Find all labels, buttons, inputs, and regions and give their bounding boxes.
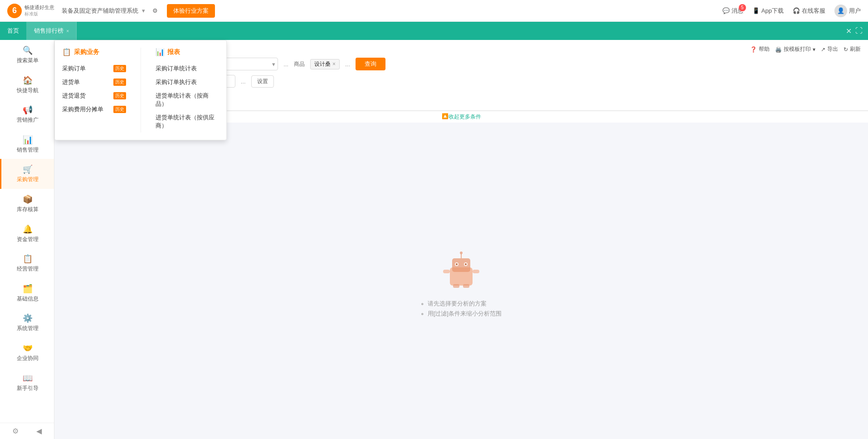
collapse-up-icon: 🔼 [442,113,449,121]
sidebar-operations-label: 经营管理 [17,266,39,273]
tab-sales-ranking-label: 销售排行榜 [34,27,63,35]
sidebar-item-enterprise[interactable]: 🤝 企业协同 [0,338,54,368]
print-btn[interactable]: 🖨️ 按模板打印 ▾ [775,45,815,53]
user-item[interactable]: 👤 用户 [834,5,861,17]
svg-point-4 [456,263,458,265]
sidebar-item-sales[interactable]: 📊 销售管理 [0,129,54,159]
messages-badge: 5 [739,4,746,11]
sidebar-item-purchase[interactable]: 🛒 采购管理 [0,159,54,189]
sidebar-collapse-btn[interactable]: ◀ [36,427,42,435]
purchase-order-label: 采购订单 [62,64,86,73]
salesperson-ellipsis[interactable]: ... [241,78,246,85]
dropdown-purchase-col: 📋 采购业务 采购订单 历史 进货单 历史 进货退货 历史 采购费用分摊单 历史 [62,48,126,133]
online-service-label: 在线客服 [802,7,825,15]
cart-icon: 🛒 [23,164,33,174]
sidebar-footer: ⚙ ◀ [0,423,54,439]
sidebar-item-basic-info[interactable]: 🗂️ 基础信息 [0,278,54,308]
export-btn[interactable]: ↗ 导出 [821,45,838,53]
sidebar-enterprise-label: 企业协同 [17,355,39,362]
voucher-status-select-wrap: ▾ [224,58,278,70]
help-label: 帮助 [759,45,770,53]
logo-icon: 6 [7,4,22,18]
sidebar-inventory-label: 库存核算 [17,206,39,213]
receipt-stat-supplier-label: 进货单统计表（按供应商） [156,113,219,130]
tab-bar-right: ✕ ⛶ [846,27,868,35]
tab-close-window-icon[interactable]: ✕ [846,27,852,35]
print-label: 按模板打印 [784,45,811,53]
headset-icon: 🎧 [793,7,800,14]
app-download-item[interactable]: 📱 App下载 [752,7,784,15]
dropdown-item-purchase-receipt[interactable]: 进货单 历史 [62,75,126,89]
purchase-expense-history: 历史 [113,106,126,113]
megaphone-icon: 📢 [23,105,33,115]
sidebar-item-quicknav[interactable]: 🏠 快捷导航 [0,70,54,100]
product-tag-close[interactable]: × [332,61,336,67]
sidebar-item-inventory[interactable]: 📦 库存核算 [0,189,54,219]
purchase-order-stat-label: 采购订单统计表 [156,64,197,73]
printer-icon: 🖨️ [775,46,782,53]
home-icon: 🏠 [23,75,33,85]
dropdown-item-purchase-return[interactable]: 进货退货 历史 [62,89,126,103]
messages-icon-item[interactable]: 💬 消息 5 [722,7,743,15]
title-dropdown-icon[interactable]: ▾ [142,7,145,14]
empty-svg [439,247,484,292]
book-icon: 📖 [23,373,33,383]
sidebar-item-system[interactable]: ⚙️ 系统管理 [0,308,54,338]
purchase-order-exec-label: 采购订单执行表 [156,78,197,86]
sidebar-item-guide[interactable]: 📖 新手引导 [0,368,54,398]
product-label: 商品 [294,60,305,68]
sidebar-basicinfo-label: 基础信息 [17,296,39,303]
receipt-stat-product-label: 进货单统计表（按商品） [156,92,219,108]
purchase-receipt-history: 历史 [113,79,126,86]
purchase-dropdown-menu: 📋 采购业务 采购订单 历史 进货单 历史 进货退货 历史 采购费用分摊单 历史… [54,40,227,140]
hint-bullet-2: ● [421,311,424,316]
sidebar-item-marketing[interactable]: 📢 营销推广 [0,99,54,129]
tab-maximize-icon[interactable]: ⛶ [855,27,863,35]
dropdown-item-receipt-stat-product[interactable]: 进货单统计表（按商品） [156,89,219,111]
settings-filter-btn[interactable]: 设置 [251,75,274,88]
dropdown-item-purchase-order-exec[interactable]: 采购订单执行表 [156,75,219,89]
tab-close-icon[interactable]: × [66,28,69,34]
dropdown-item-purchase-order[interactable]: 采购订单 历史 [62,62,126,75]
clipboard-icon: 📋 [23,254,33,264]
voucher-status-select[interactable] [224,58,278,70]
hint-bullet-1: ● [421,301,424,306]
tab-home[interactable]: 首页 [0,22,27,40]
app-download-label: App下载 [761,7,784,15]
sidebar-item-operations[interactable]: 📋 经营管理 [0,248,54,278]
report-title-label: 报表 [167,48,180,56]
purchase-receipt-label: 进货单 [62,78,80,86]
hint-text-2: 用[过滤]条件来缩小分析范围 [428,310,502,318]
dropdown-report-title: 📊 报表 [156,48,219,56]
industry-btn[interactable]: 体验行业方案 [167,4,215,18]
sidebar: 🔍 搜索菜单 🏠 快捷导航 📢 营销推广 📊 销售管理 🛒 采购管理 📦 库存核… [0,40,54,439]
query-btn[interactable]: 查询 [356,58,385,70]
chart-icon: 📊 [23,135,33,145]
refresh-btn[interactable]: ↻ 刷新 [844,45,861,53]
product-ellipsis[interactable]: ... [345,61,350,68]
purchase-title-label: 采购业务 [74,48,99,56]
avatar: 👤 [834,5,847,17]
online-service-item[interactable]: 🎧 在线客服 [793,7,825,15]
tab-home-label: 首页 [7,27,19,35]
empty-hint-1: ● 请先选择要分析的方案 [421,300,502,308]
sidebar-settings-btn[interactable]: ⚙ [12,427,19,435]
svg-point-7 [460,252,463,254]
system-title-area: 装备及固定资产辅助管理系统 ▾ ⚙ 体验行业方案 [62,4,722,18]
dropdown-item-receipt-stat-supplier[interactable]: 进货单统计表（按供应商） [156,111,219,133]
sidebar-item-finance[interactable]: 🔔 资金管理 [0,219,54,249]
voucher-status-ellipsis[interactable]: ... [283,61,288,68]
tab-sales-ranking[interactable]: 销售排行榜 × [27,22,77,40]
settings-gear-icon[interactable]: ⚙ [152,7,158,14]
handshake-icon: 🤝 [23,343,33,353]
dropdown-item-purchase-order-stat[interactable]: 采购订单统计表 [156,62,219,75]
sidebar-item-search[interactable]: 🔍 搜索菜单 [0,40,54,70]
help-btn[interactable]: ❓ 帮助 [750,45,770,53]
dropdown-item-purchase-expense[interactable]: 采购费用分摊单 历史 [62,103,126,116]
report-title-icon: 📊 [156,48,165,56]
sidebar-marketing-label: 营销推广 [17,117,39,124]
collapse-label: 收起更多条件 [449,113,481,121]
svg-rect-10 [453,284,459,288]
purchase-return-history: 历史 [113,92,126,99]
sidebar-guide-label: 新手引导 [17,385,39,392]
